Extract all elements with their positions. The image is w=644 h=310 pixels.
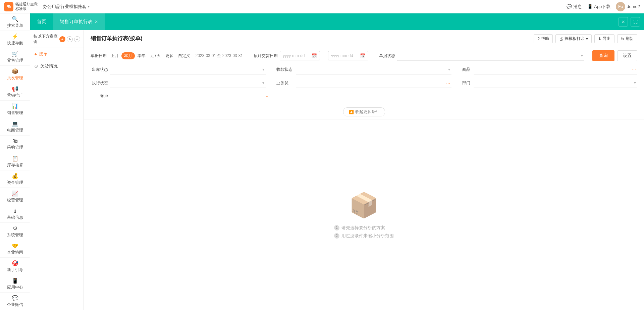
date-tab-this-month[interactable]: 本月: [121, 52, 135, 59]
goods-select[interactable]: ···: [474, 64, 637, 74]
collect-status-chevron-icon: ▾: [448, 67, 450, 72]
dept-label: 部门: [462, 80, 472, 86]
out-status-label: 出库状态: [91, 67, 108, 72]
sidebar-item-basic[interactable]: ℹ 基础信息: [0, 205, 30, 223]
query-button[interactable]: 查询: [592, 50, 614, 61]
user-profile[interactable]: Ea demo2: [616, 2, 640, 11]
collapse-filter-button[interactable]: 🔼 收起更多条件: [343, 107, 385, 116]
salesman-select[interactable]: ···: [296, 78, 451, 88]
newbie-icon: 🎯: [12, 260, 18, 266]
expected-date-end-input[interactable]: yyyy-mm-dd 📅: [328, 51, 368, 60]
sidebar-item-purchase[interactable]: 🛍 采购管理: [0, 136, 30, 153]
goods-dots-icon[interactable]: ···: [632, 67, 636, 72]
marketing-icon: 📢: [12, 86, 18, 92]
collapse-panel-button[interactable]: «: [74, 36, 80, 42]
sidebar-item-search-menu[interactable]: 🔍 搜索菜单: [0, 13, 30, 31]
finance-icon: 💰: [12, 173, 18, 179]
salesman-dots-icon[interactable]: ···: [446, 80, 450, 86]
goods-label: 商品: [462, 67, 472, 72]
sidebar-item-apps[interactable]: 📱 应用中心: [0, 275, 30, 293]
salesman-group: 业务员 ···: [276, 78, 451, 88]
app-download-button[interactable]: 📱 App下载: [587, 4, 610, 10]
exec-status-group: 执行状态 ▾: [91, 78, 266, 88]
empty-state: 📦 1 请先选择要分析的方案 2 用过滤条件来缩小分析范围: [84, 119, 644, 310]
empty-illustration: 📦: [349, 191, 379, 219]
left-panel-actions: + ✎ «: [59, 36, 80, 42]
customer-dots-icon[interactable]: ···: [266, 94, 270, 99]
expected-date-start-input[interactable]: yyyy-mm-dd 📅: [280, 51, 320, 60]
date-separator: —: [322, 53, 326, 58]
system-icon: ⚙: [13, 225, 17, 231]
sidebar-item-retail[interactable]: 🛒 零售管理: [0, 48, 30, 66]
date-tab-custom[interactable]: 自定义: [176, 52, 192, 59]
basic-icon: ℹ: [14, 208, 16, 214]
logo-icon: 畅: [4, 2, 13, 11]
tab-close-window-button[interactable]: ✕: [619, 17, 628, 27]
date-label: 单据日期: [91, 53, 107, 59]
sidebar-item-wechat[interactable]: 💬 企业微信: [0, 293, 30, 310]
sidebar-item-inventory[interactable]: 📋 库存核算: [0, 153, 30, 170]
edit-scheme-button[interactable]: ✎: [67, 36, 73, 42]
query-buttons: 查询 设置: [592, 50, 637, 61]
left-panel-item-debt[interactable]: ⊙ 欠货情况: [30, 60, 84, 72]
tab-maximize-button[interactable]: ⛶: [631, 17, 640, 27]
collect-status-group: 收款状态 ▾: [276, 64, 451, 74]
ecommerce-icon: 💻: [12, 120, 18, 127]
logo-text: 畅捷通好生意 标准版: [15, 2, 38, 11]
search-icon: 🔍: [12, 16, 18, 22]
date-tab-this-year[interactable]: 本年: [136, 52, 148, 59]
filter-row-1: 单据日期 上月 本月 本年 近7天 更多 自定义 2023-03-01 至 20…: [91, 50, 637, 61]
print-button[interactable]: 🖨 按模板打印 ▾: [555, 34, 592, 43]
help-button[interactable]: ? 帮助: [534, 34, 553, 43]
out-status-select[interactable]: ▾: [110, 64, 266, 74]
avatar: Ea: [616, 2, 625, 11]
print-icon: 🖨: [559, 37, 563, 41]
date-tab-last7[interactable]: 近7天: [148, 52, 163, 59]
sidebar-item-operation[interactable]: 📈 经营管理: [0, 188, 30, 205]
status-group: 单据状态 ▾: [379, 51, 584, 61]
help-icon: ?: [537, 37, 540, 41]
filter-row-3: 执行状态 ▾ 业务员 ··· 部门: [91, 78, 637, 88]
exec-status-label: 执行状态: [91, 80, 108, 86]
sidebar-item-quick-nav[interactable]: ⚡ 快捷导航: [0, 31, 30, 48]
sidebar: 🔍 搜索菜单 ⚡ 快捷导航 🛒 零售管理 📦 批发管理 📢 营销推广 📊 销售管…: [0, 13, 30, 310]
messages-button[interactable]: 💬 消息: [567, 4, 582, 10]
download-icon: 📱: [587, 4, 593, 9]
customer-select[interactable]: ···: [110, 91, 271, 101]
left-panel-header: 按以下方案查询 + ✎ «: [30, 30, 84, 48]
logo[interactable]: 畅 畅捷通好生意 标准版: [4, 2, 38, 11]
sidebar-item-sales[interactable]: 📊 销售管理: [0, 101, 30, 118]
left-panel-item-press[interactable]: ● 按单: [30, 48, 84, 60]
collect-status-select[interactable]: ▾: [296, 64, 451, 74]
date-tab-more[interactable]: 更多: [163, 52, 175, 59]
add-scheme-button[interactable]: +: [59, 36, 65, 42]
filter-row-4: 客户 ···: [91, 91, 637, 101]
date-tab-prev-month[interactable]: 上月: [109, 52, 121, 59]
tab-home[interactable]: 首页: [30, 13, 53, 30]
app-selector[interactable]: 办公用品行业模拟账套 ▾: [43, 4, 90, 10]
status-select[interactable]: ▾: [397, 51, 584, 61]
dept-select[interactable]: ▾: [474, 78, 637, 88]
step-2-badge: 2: [334, 233, 339, 239]
header-actions: ? 帮助 🖨 按模板打印 ▾ ⬇ 导出 ↻: [534, 34, 637, 43]
calendar-icon-2: 📅: [360, 53, 365, 58]
page-content: 按以下方案查询 + ✎ « ● 按单 ⊙ 欠货情况: [30, 30, 644, 310]
sidebar-item-system[interactable]: ⚙ 系统管理: [0, 223, 30, 240]
sales-icon: 📊: [12, 103, 18, 109]
sidebar-item-wholesale[interactable]: 📦 批发管理: [0, 66, 30, 83]
tab-close-icon[interactable]: ✕: [95, 19, 98, 24]
sidebar-item-newbie[interactable]: 🎯 新手引导: [0, 258, 30, 275]
press-icon: ●: [34, 51, 37, 57]
filter-area: 单据日期 上月 本月 本年 近7天 更多 自定义 2023-03-01 至 20…: [84, 46, 644, 119]
settings-button[interactable]: 设置: [617, 50, 637, 61]
export-button[interactable]: ⬇ 导出: [594, 34, 614, 43]
sidebar-item-ecommerce[interactable]: 💻 电商管理: [0, 118, 30, 136]
exec-status-select[interactable]: ▾: [110, 78, 266, 88]
content-area: 首页 销售订单执行表 ✕ ✕ ⛶ 按以下方案查询 + ✎ «: [30, 13, 644, 310]
refresh-button[interactable]: ↻ 刷新: [617, 34, 637, 43]
sidebar-item-marketing[interactable]: 📢 营销推广: [0, 83, 30, 101]
tab-sales-order[interactable]: 销售订单执行表 ✕: [53, 13, 105, 30]
sidebar-item-finance[interactable]: 💰 资金管理: [0, 170, 30, 188]
operation-icon: 📈: [12, 190, 18, 197]
sidebar-item-cooperation[interactable]: 🤝 企业协同: [0, 240, 30, 258]
